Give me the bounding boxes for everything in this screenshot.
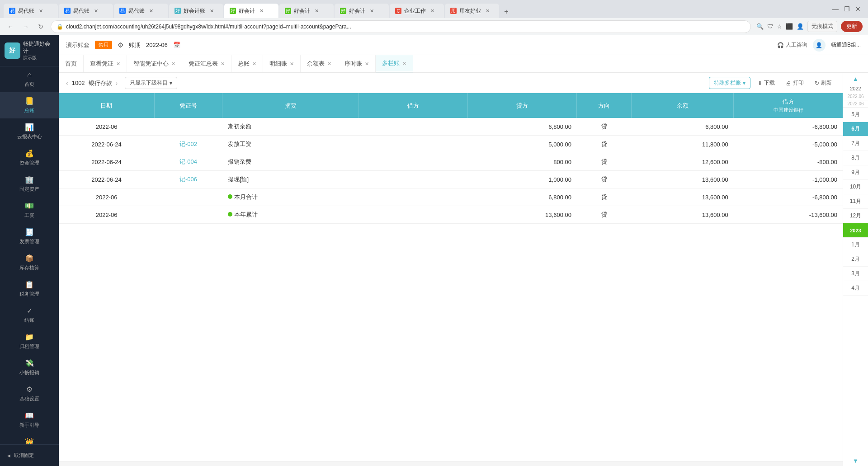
browser-tab-1[interactable]: 易 易代账 ✕ (4, 4, 58, 18)
tab-close-icon[interactable]: ✕ (39, 8, 43, 14)
extension-icon[interactable]: ⬛ (786, 23, 793, 30)
nav-tab-detail-ledger[interactable]: 明细账✕ (263, 55, 301, 73)
month-item-2022-10月[interactable]: 10月 (843, 180, 868, 194)
sidebar-item-salary[interactable]: 💵 工资 (0, 197, 59, 223)
refresh-button[interactable]: ↻ (36, 21, 45, 32)
scroll-up-button[interactable]: ▲ (843, 73, 868, 84)
tab-close-icon[interactable]: ✕ (430, 8, 434, 14)
browser-maximize[interactable]: ❐ (844, 5, 850, 13)
month-item-2022-8月[interactable]: 8月 (843, 151, 868, 165)
browser-minimize[interactable]: — (832, 5, 839, 13)
tab-close-icon[interactable]: ✕ (486, 8, 490, 14)
sidebar-item-home[interactable]: ⌂ 首页 (0, 66, 59, 92)
download-button[interactable]: ⬇ 下载 (754, 77, 778, 89)
month-item-2022-12月[interactable]: 12月 (843, 209, 868, 223)
voucher-link[interactable]: 记-004 (179, 158, 197, 165)
new-tab-button[interactable]: + (500, 5, 513, 18)
nav-tab-balance-sheet[interactable]: 余额表✕ (301, 55, 338, 73)
sidebar-item-tax[interactable]: 📋 税务管理 (0, 276, 59, 302)
scroll-down-button[interactable]: ▼ (843, 455, 868, 466)
nav-tab-close-icon[interactable]: ✕ (171, 61, 175, 67)
month-item-2022-5月[interactable]: 5月 (843, 108, 868, 122)
nav-tab-close-icon[interactable]: ✕ (365, 61, 369, 67)
sidebar-item-invoice[interactable]: 🧾 发票管理 (0, 223, 59, 249)
prev-account-button[interactable]: ‹ (66, 80, 68, 87)
nav-tab-close-icon[interactable]: ✕ (290, 61, 294, 67)
month-item-2023-4月[interactable]: 4月 (843, 281, 868, 296)
forward-button[interactable]: → (21, 21, 31, 32)
stealth-button[interactable]: 无痕模式 (807, 21, 837, 32)
sidebar-item-ledger[interactable]: 📒 总账 (0, 92, 59, 118)
nav-tab-close-icon[interactable]: ✕ (252, 61, 256, 67)
cell-debit (359, 153, 467, 171)
search-icon[interactable]: 🔍 (756, 23, 764, 30)
browser-tab-3[interactable]: 易 易代账 ✕ (114, 4, 168, 18)
pin-icon: ◄ (6, 453, 11, 458)
sidebar-item-vip[interactable]: 👑 畅会员 (0, 433, 59, 444)
month-item-2023-3月[interactable]: 3月 (843, 267, 868, 281)
browser-tab-8[interactable]: C 企业工作 ✕ (390, 4, 444, 18)
nav-tab-home[interactable]: 首页 (59, 55, 84, 73)
back-button[interactable]: ← (5, 21, 15, 32)
nav-tab-voucher-view[interactable]: 查看凭证✕ (84, 55, 127, 73)
month-item-2022-7月[interactable]: 7月 (843, 137, 868, 151)
browser-close[interactable]: ✕ (855, 5, 861, 13)
next-account-button[interactable]: › (116, 80, 118, 87)
consult-button[interactable]: 🎧 人工咨询 (777, 41, 807, 49)
tab-close-icon[interactable]: ✕ (370, 8, 374, 14)
nav-tab-close-icon[interactable]: ✕ (327, 61, 331, 67)
th-direction: 方向 (577, 93, 632, 118)
tab-close-icon[interactable]: ✕ (259, 8, 264, 14)
profile-icon[interactable]: 👤 (797, 23, 804, 30)
nav-tab-label: 总账 (238, 60, 250, 68)
month-item-2023-2月[interactable]: 2月 (843, 252, 868, 267)
nav-tab-close-icon[interactable]: ✕ (116, 61, 120, 67)
sidebar-item-settings[interactable]: ⚙ 基础设置 (0, 381, 59, 407)
nav-tab-close-icon[interactable]: ✕ (221, 61, 225, 67)
sidebar-item-funds[interactable]: 💰 资金管理 (0, 145, 59, 171)
nav-tab-close-icon[interactable]: ✕ (402, 61, 406, 66)
nav-tab-smart-voucher[interactable]: 智能凭证中心✕ (127, 55, 182, 73)
browser-tab-6[interactable]: 好 好会计 ✕ (279, 4, 334, 18)
star-icon[interactable]: ☆ (777, 23, 782, 30)
browser-tab-4[interactable]: 好 好会计账 ✕ (169, 4, 223, 18)
sidebar-item-label: 固定资产 (19, 186, 39, 193)
tag-button[interactable]: 禁用 (95, 41, 112, 49)
tab-close-icon[interactable]: ✕ (210, 8, 214, 14)
browser-tab-5[interactable]: 好 好会计 ✕ (224, 4, 278, 18)
bottom-scrollbar[interactable] (59, 461, 843, 466)
url-bar[interactable]: 🔒 cloud2.chanjet.com/accounting/uh26t264… (51, 20, 751, 33)
browser-tab-7[interactable]: 好 好会计 ✕ (335, 4, 389, 18)
refresh-button[interactable]: ↻ 刷新 (811, 77, 835, 89)
tab-close-icon[interactable]: ✕ (94, 8, 98, 14)
voucher-link[interactable]: 记-002 (179, 141, 197, 147)
calendar-icon[interactable]: 📅 (173, 42, 180, 48)
month-item-2022-6月[interactable]: 6月 (843, 122, 868, 137)
month-item-2023-1月[interactable]: 1月 (843, 238, 868, 252)
nav-tab-ledger[interactable]: 总账✕ (231, 55, 263, 73)
sidebar-item-inventory[interactable]: 📦 库存核算 (0, 249, 59, 276)
sidebar-item-reports[interactable]: 📊 云报表中心 (0, 118, 59, 145)
update-button[interactable]: 更新 (841, 21, 863, 32)
month-item-2022-9月[interactable]: 9月 (843, 165, 868, 180)
tab-close-icon[interactable]: ✕ (149, 8, 153, 14)
nav-tab-multi-ledger[interactable]: 多栏账✕ (376, 55, 413, 73)
pin-button[interactable]: ◄ 取消固定 (5, 449, 54, 461)
tab-close-icon[interactable]: ✕ (315, 8, 319, 14)
nav-tab-voucher-summary[interactable]: 凭证汇总表✕ (182, 55, 231, 73)
nav-tab-sequence-ledger[interactable]: 序时账✕ (338, 55, 376, 73)
month-item-2022-11月[interactable]: 11月 (843, 194, 868, 209)
sidebar-item-archive[interactable]: 📁 归档管理 (0, 328, 59, 354)
print-button[interactable]: 🖨 打印 (782, 77, 807, 89)
feature-button[interactable]: 特殊多栏账 ▾ (709, 77, 750, 89)
sidebar-item-guide[interactable]: 📖 新手引导 (0, 407, 59, 433)
browser-tab-9[interactable]: 用 用友好业 ✕ (445, 4, 499, 18)
sidebar-item-assets[interactable]: 🏢 固定资产 (0, 171, 59, 197)
sidebar-item-settle[interactable]: ✓ 结账 (0, 302, 59, 328)
sidebar-item-expense[interactable]: 💸 小畅报销 (0, 354, 59, 381)
shield-icon[interactable]: 🛡 (767, 23, 773, 30)
voucher-link[interactable]: 记-006 (179, 176, 197, 183)
settings-icon[interactable]: ⚙ (118, 41, 123, 49)
browser-tab-2[interactable]: 易 易代账 ✕ (59, 4, 113, 18)
filter-button[interactable]: 只显示下级科目 ▾ (125, 77, 177, 89)
